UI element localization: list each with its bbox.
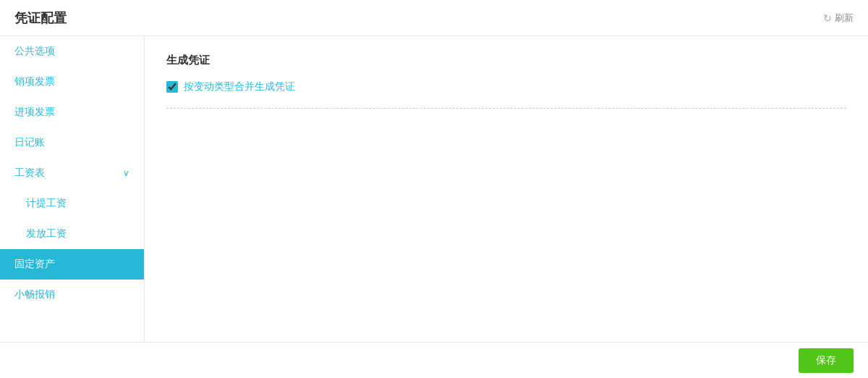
sidebar-item-label: 公共选项 xyxy=(14,45,55,58)
sidebar-item-payroll[interactable]: 工资表∨ xyxy=(0,158,144,188)
sidebar-item-journal[interactable]: 日记账 xyxy=(0,127,144,158)
sidebar-item-sales-invoice[interactable]: 销项发票 xyxy=(0,67,144,97)
sidebar: 公共选项销项发票进项发票日记账工资表∨计提工资发放工资固定资产小畅报销 xyxy=(0,36,145,342)
sidebar-item-pay-salary[interactable]: 发放工资 xyxy=(0,219,144,249)
header: 凭证配置 ↻ 刷新 xyxy=(0,0,868,36)
section-divider xyxy=(166,108,846,109)
sidebar-item-label: 销项发票 xyxy=(14,75,55,88)
chevron-down-icon: ∨ xyxy=(123,168,129,178)
refresh-icon: ↻ xyxy=(823,12,832,24)
checkbox-row: 按变动类型合并生成凭证 xyxy=(166,80,846,93)
sidebar-item-purchase-invoice[interactable]: 进项发票 xyxy=(0,97,144,127)
sidebar-item-public-options[interactable]: 公共选项 xyxy=(0,36,144,67)
refresh-button[interactable]: ↻ 刷新 xyxy=(823,12,854,25)
sidebar-item-label: 日记账 xyxy=(14,136,45,149)
main-content: 公共选项销项发票进项发票日记账工资表∨计提工资发放工资固定资产小畅报销 生成凭证… xyxy=(0,36,868,342)
save-button[interactable]: 保存 xyxy=(799,348,854,373)
sidebar-item-label: 发放工资 xyxy=(26,227,67,240)
content-area: 生成凭证 按变动类型合并生成凭证 xyxy=(145,36,868,342)
merge-by-type-label[interactable]: 按变动类型合并生成凭证 xyxy=(184,80,295,93)
sidebar-item-label: 计提工资 xyxy=(26,197,67,210)
sidebar-item-label: 工资表 xyxy=(14,167,45,180)
merge-by-type-checkbox[interactable] xyxy=(166,81,178,93)
sidebar-item-label: 进项发票 xyxy=(14,106,55,119)
refresh-label: 刷新 xyxy=(835,12,854,25)
sidebar-item-fixed-assets[interactable]: 固定资产 xyxy=(0,249,144,280)
section-title: 生成凭证 xyxy=(166,54,846,67)
page-title: 凭证配置 xyxy=(14,9,67,27)
footer: 保存 xyxy=(0,342,868,378)
sidebar-item-label: 小畅报销 xyxy=(14,288,55,301)
sidebar-item-expense[interactable]: 小畅报销 xyxy=(0,280,144,310)
sidebar-item-calc-salary[interactable]: 计提工资 xyxy=(0,188,144,219)
sidebar-item-label: 固定资产 xyxy=(14,258,55,271)
